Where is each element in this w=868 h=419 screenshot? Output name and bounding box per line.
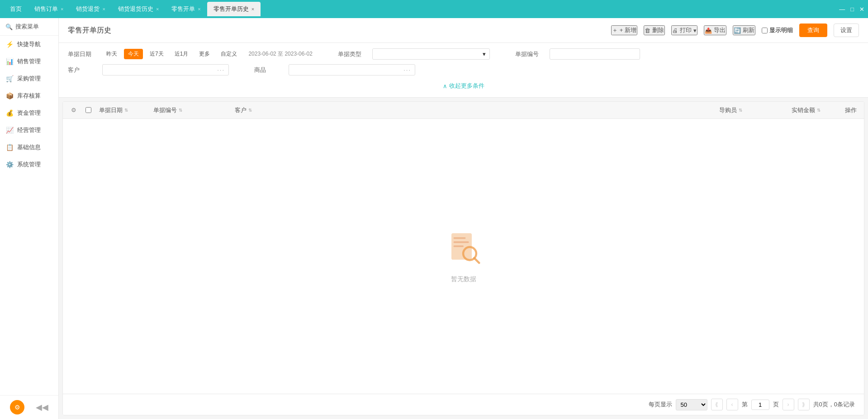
content-area: 零售开单历史 ＋ + 新增 🗑 删除 🖨 打印 ▾ 📤 导出 (59, 18, 868, 419)
th-customer[interactable]: 客户 ⇅ (231, 106, 716, 114)
sidebar-collapse-button[interactable]: ◀◀ (36, 402, 48, 412)
svg-rect-1 (453, 237, 465, 239)
per-page-label: 每页显示 (649, 400, 672, 409)
tab-retail-history[interactable]: 零售开单历史 × (207, 2, 261, 16)
sidebar-item-nav[interactable]: ⚡ 快捷导航 (0, 36, 58, 53)
tab-retail-history-close[interactable]: × (251, 6, 254, 12)
collapse-icon: ∧ (443, 83, 447, 89)
filter-row-2: 客户 ··· 商品 ··· (68, 64, 859, 75)
sidebar-item-purchase[interactable]: 🛒 采购管理 (0, 70, 58, 87)
customer-filter-input[interactable]: ··· (102, 64, 229, 75)
sort-date-icon: ⇅ (124, 108, 128, 113)
delete-button[interactable]: 🗑 删除 (644, 25, 665, 35)
page-suffix: 页 (773, 400, 779, 409)
refresh-button[interactable]: 🔄 刷新 (733, 25, 755, 35)
sidebar-search[interactable]: 🔍 搜索菜单 (0, 18, 58, 36)
export-button[interactable]: 📤 导出 (704, 25, 726, 35)
page-first-button[interactable]: ⟪ (711, 399, 723, 410)
sidebar-item-inventory[interactable]: 📦 库存核算 (0, 87, 58, 104)
display-detail-toggle[interactable]: 显示明细 (762, 26, 793, 34)
system-icon: ⚙️ (5, 160, 14, 169)
th-number[interactable]: 单据编号 ⇅ (150, 106, 231, 114)
print-dropdown-icon: ▾ (693, 27, 697, 34)
table-header: ⚙ 单据日期 ⇅ 单据编号 ⇅ 客户 ⇅ 导购员 ⇅ (63, 102, 864, 119)
display-detail-checkbox[interactable] (762, 28, 768, 33)
sort-customer-icon: ⇅ (248, 108, 252, 113)
date-btn-7days[interactable]: 近7天 (146, 49, 168, 59)
settings-button[interactable]: ⚙ (10, 400, 24, 414)
filter-area: 单据日期 昨天 今天 近7天 近1月 更多 自定义 2023-06-02 至 2… (59, 43, 868, 98)
sidebar-item-operations[interactable]: 📈 经营管理 (0, 122, 58, 139)
window-minimize[interactable]: — (839, 6, 845, 13)
th-date[interactable]: 单据日期 ⇅ (95, 106, 150, 114)
date-btn-today[interactable]: 今天 (124, 49, 143, 59)
tab-sales-return-history[interactable]: 销货退货历史 × (112, 2, 165, 16)
date-filter-label: 单据日期 (68, 50, 95, 58)
svg-rect-2 (453, 241, 469, 243)
svg-rect-3 (453, 245, 464, 247)
sidebar-bottom: ⚙ ◀◀ (0, 395, 58, 419)
date-filter-buttons: 昨天 今天 近7天 近1月 更多 自定义 (102, 49, 241, 59)
tab-sales-order-close[interactable]: × (61, 6, 63, 12)
print-button[interactable]: 🖨 打印 ▾ (671, 25, 697, 35)
purchase-icon: 🛒 (5, 75, 14, 83)
sort-amount-icon: ⇅ (817, 108, 821, 113)
window-maximize[interactable]: □ (850, 6, 854, 13)
th-amount[interactable]: 实销金额 ⇅ (770, 106, 824, 114)
date-btn-more[interactable]: 更多 (195, 49, 214, 59)
goods-filter-input[interactable]: ··· (289, 64, 415, 75)
tab-sales-return-close[interactable]: × (102, 6, 105, 12)
toolbar: ＋ + 新增 🗑 删除 🖨 打印 ▾ 📤 导出 🔄 (611, 24, 859, 37)
filter-collapse-row: ∧ 收起更多条件 (68, 80, 859, 92)
page-last-button[interactable]: ⟫ (798, 399, 810, 410)
window-controls: — □ ✕ (839, 6, 864, 13)
per-page-select[interactable]: 10 20 50 100 (676, 399, 707, 410)
tab-home[interactable]: 首页 (4, 2, 28, 16)
add-button[interactable]: ＋ + 新增 (611, 25, 637, 35)
goods-dots: ··· (403, 66, 411, 73)
tab-retail-open[interactable]: 零售开单 × (165, 2, 207, 16)
tab-sales-order[interactable]: 销售订单 × (28, 2, 70, 16)
sidebar-item-sales[interactable]: 📊 销售管理 (0, 53, 58, 70)
th-guide[interactable]: 导购员 ⇅ (716, 106, 770, 114)
date-btn-1month[interactable]: 近1月 (171, 49, 193, 59)
column-settings-button[interactable]: ⚙ (66, 107, 81, 113)
number-filter-input[interactable] (550, 48, 640, 60)
operations-icon: 📈 (5, 126, 14, 134)
date-range-display: 2023-06-02 至 2023-06-02 (248, 50, 312, 58)
tab-sales-return-history-close[interactable]: × (156, 6, 159, 12)
page-number-input[interactable] (751, 400, 769, 410)
empty-text: 暂无数据 (451, 275, 476, 283)
nav-icon: ⚡ (5, 40, 14, 48)
filter-settings-button[interactable]: 设置 (834, 24, 859, 37)
select-all-checkbox[interactable] (81, 107, 95, 113)
collapse-button[interactable]: ∧ 收起更多条件 (443, 80, 484, 92)
sidebar: 🔍 搜索菜单 ⚡ 快捷导航 📊 销售管理 🛒 采购管理 📦 库存核算 💰 资金管… (0, 18, 59, 419)
tab-sales-return[interactable]: 销货退货 × (70, 2, 111, 16)
sidebar-item-basic[interactable]: 📋 基础信息 (0, 139, 58, 156)
tab-retail-open-close[interactable]: × (198, 6, 200, 12)
svg-point-6 (465, 250, 468, 253)
print-icon: 🖨 (672, 27, 678, 34)
date-btn-custom[interactable]: 自定义 (217, 49, 241, 59)
search-icon: 🔍 (5, 24, 13, 30)
page-next-button[interactable]: › (783, 399, 794, 410)
page-prev-button[interactable]: ‹ (726, 399, 738, 410)
date-btn-yesterday[interactable]: 昨天 (102, 49, 121, 59)
sidebar-item-finance[interactable]: 💰 资金管理 (0, 104, 58, 122)
basic-icon: 📋 (5, 143, 14, 151)
export-icon: 📤 (705, 27, 712, 34)
type-filter-select[interactable]: ▾ (372, 48, 490, 60)
query-button[interactable]: 查询 (799, 24, 827, 37)
page-label: 第 (742, 400, 748, 409)
window-close[interactable]: ✕ (859, 6, 864, 13)
goods-filter-label: 商品 (254, 66, 281, 74)
sort-guide-icon: ⇅ (739, 108, 742, 113)
inventory-icon: 📦 (5, 92, 14, 100)
pagination: 每页显示 10 20 50 100 ⟪ ‹ 第 页 › ⟫ 共0页，0条记录 (63, 394, 864, 415)
type-dropdown-icon: ▾ (483, 51, 486, 57)
svg-line-5 (474, 258, 479, 263)
customer-filter-label: 客户 (68, 66, 95, 74)
type-filter-label: 单据类型 (338, 50, 365, 58)
sidebar-item-system[interactable]: ⚙️ 系统管理 (0, 156, 58, 173)
